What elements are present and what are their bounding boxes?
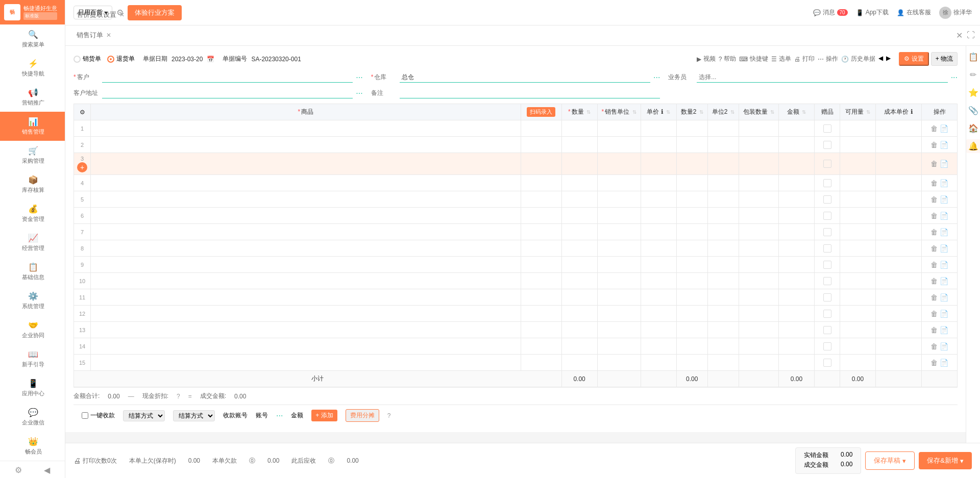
rp-icon-3[interactable]: ⭐ <box>966 86 981 99</box>
tab-close-price-setting[interactable]: ✕ <box>119 11 125 18</box>
operate-btn[interactable]: ⋯ 操作 <box>818 55 838 63</box>
message-item[interactable]: 💬 消息 70 <box>813 8 848 17</box>
product-input-2[interactable] <box>94 141 518 148</box>
fee-btn[interactable]: 费用分摊 <box>346 409 379 422</box>
cell-product-8[interactable] <box>91 240 521 257</box>
warehouse-dots[interactable]: ··· <box>653 73 660 82</box>
product-input-12[interactable] <box>94 310 518 317</box>
copy-icon-8[interactable]: 📄 <box>940 244 948 253</box>
delete-icon-7[interactable]: 🗑 <box>930 228 938 236</box>
sidebar-item-basic[interactable]: 📋基础信息 <box>0 257 65 286</box>
copy-icon-12[interactable]: 📄 <box>940 310 948 318</box>
unit2-sort[interactable]: ⇅ <box>730 109 734 115</box>
nav-prev-icon[interactable]: ◀ <box>878 55 883 63</box>
settings-btn[interactable]: ⚙ 设置 <box>899 52 928 66</box>
copy-icon-6[interactable]: 📄 <box>940 212 948 220</box>
tab-sales-order[interactable]: 销售订单✕ <box>69 26 132 46</box>
gift-check-14[interactable] <box>823 342 831 350</box>
calc-select[interactable]: 结算方式 <box>173 410 215 421</box>
sidebar-item-system[interactable]: ⚙️系统管理 <box>0 286 65 315</box>
cell-product-12[interactable] <box>91 306 521 322</box>
cell-product-6[interactable] <box>91 208 521 224</box>
delete-icon-11[interactable]: 🗑 <box>930 293 938 301</box>
delete-icon-9[interactable]: 🗑 <box>930 261 938 269</box>
video-btn[interactable]: ▶ 视频 <box>697 55 716 63</box>
tab-home[interactable]: 首页 <box>69 0 132 5</box>
one-click-checkbox[interactable]: 一键收款 <box>82 411 115 420</box>
staff-input[interactable] <box>697 72 947 83</box>
gift-check-9[interactable] <box>823 261 831 269</box>
copy-icon-15[interactable]: 📄 <box>940 359 948 367</box>
sidebar-item-shortcut[interactable]: ⚡快捷导航 <box>0 54 65 83</box>
unit-sort[interactable]: ⇅ <box>632 109 636 115</box>
copy-icon-1[interactable]: 📄 <box>940 124 948 133</box>
sidebar-item-apps[interactable]: 📱应用中心 <box>0 373 65 402</box>
sidebar-item-sales[interactable]: 📊销售管理 <box>0 112 65 141</box>
cell-product-9[interactable] <box>91 257 521 273</box>
cell-product-1[interactable] <box>91 120 521 137</box>
gift-check-8[interactable] <box>823 244 831 253</box>
product-input-14[interactable] <box>94 342 518 350</box>
one-click-check[interactable] <box>82 412 88 419</box>
delete-icon-14[interactable]: 🗑 <box>930 342 938 350</box>
copy-icon-14[interactable]: 📄 <box>940 342 948 350</box>
amount-sort[interactable]: ⇅ <box>802 109 806 115</box>
cell-product-15[interactable] <box>91 355 521 371</box>
select-btn[interactable]: ☰ 选单 <box>771 55 791 63</box>
gift-check-11[interactable] <box>823 293 831 301</box>
customer-input[interactable] <box>102 72 353 83</box>
warehouse-input[interactable] <box>400 72 650 83</box>
rp-icon-6[interactable]: 🔔 <box>966 139 981 153</box>
cell-product-4[interactable] <box>91 175 521 191</box>
cell-product-13[interactable] <box>91 322 521 338</box>
product-input-10[interactable] <box>94 277 518 285</box>
price-info[interactable]: ℹ <box>661 108 664 115</box>
sidebar-item-wechat[interactable]: 💬企业微信 <box>0 402 65 432</box>
delete-icon-12[interactable]: 🗑 <box>930 310 938 318</box>
sidebar-item-member[interactable]: 👑畅会员 <box>0 432 65 461</box>
logistics-btn[interactable]: + 物流 <box>931 52 958 66</box>
settings-icon[interactable]: ⚙ <box>15 465 22 475</box>
delete-icon-6[interactable]: 🗑 <box>930 212 938 220</box>
price-sort[interactable]: ⇅ <box>666 109 670 115</box>
settle-select[interactable]: 结算方式 <box>123 410 165 421</box>
cell-product-2[interactable] <box>91 137 521 153</box>
cta-button[interactable]: 体验行业方案 <box>128 5 182 20</box>
cell-product-10[interactable] <box>91 273 521 289</box>
gift-check-6[interactable] <box>823 212 831 220</box>
radio-delivery[interactable]: 销货单 <box>74 55 101 63</box>
expand-tab-icon[interactable]: ⛶ <box>966 30 976 41</box>
copy-icon-11[interactable]: 📄 <box>940 293 948 301</box>
gift-check-10[interactable] <box>823 277 831 285</box>
gift-check-13[interactable] <box>823 326 831 334</box>
save-draft-btn[interactable]: 保存草稿 ▾ <box>865 451 915 470</box>
close-tab-icon[interactable]: ✕ <box>955 30 964 41</box>
shortcut-btn[interactable]: ⌨ 快捷键 <box>739 55 768 63</box>
sidebar-item-purchase[interactable]: 🛒采购管理 <box>0 141 65 170</box>
app-download-item[interactable]: 📱 App下载 <box>856 8 889 17</box>
sidebar-item-marketing[interactable]: 📢营销推广 <box>0 83 65 112</box>
save-new-btn[interactable]: 保存&新增 ▾ <box>919 452 972 469</box>
product-input-9[interactable] <box>94 261 518 268</box>
gift-check-2[interactable] <box>823 141 831 149</box>
product-input-15[interactable] <box>94 359 518 366</box>
copy-icon-5[interactable]: 📄 <box>940 195 948 204</box>
product-input-5[interactable] <box>94 195 518 203</box>
cell-product-11[interactable] <box>91 289 521 306</box>
tab-price-setting[interactable]: 售价提取设置✕ <box>69 5 132 26</box>
gift-check-15[interactable] <box>823 359 831 367</box>
product-input-3[interactable] <box>94 160 518 168</box>
copy-icon-2[interactable]: 📄 <box>940 141 948 149</box>
user-item[interactable]: 徐 徐泽华 <box>939 7 972 19</box>
collapse-icon[interactable]: ◀ <box>44 465 50 475</box>
cost-info[interactable]: ℹ <box>911 108 913 115</box>
delete-icon-2[interactable]: 🗑 <box>930 141 938 149</box>
gift-check-5[interactable] <box>823 195 831 204</box>
cell-product-14[interactable] <box>91 338 521 355</box>
sidebar-item-search[interactable]: 🔍搜索菜单 <box>0 24 65 54</box>
help-btn[interactable]: ? 帮助 <box>719 55 737 63</box>
discount-help-icon[interactable]: ? <box>177 393 180 400</box>
copy-icon-13[interactable]: 📄 <box>940 326 948 334</box>
product-input-13[interactable] <box>94 326 518 334</box>
sidebar-item-finance[interactable]: 💰资金管理 <box>0 199 65 228</box>
